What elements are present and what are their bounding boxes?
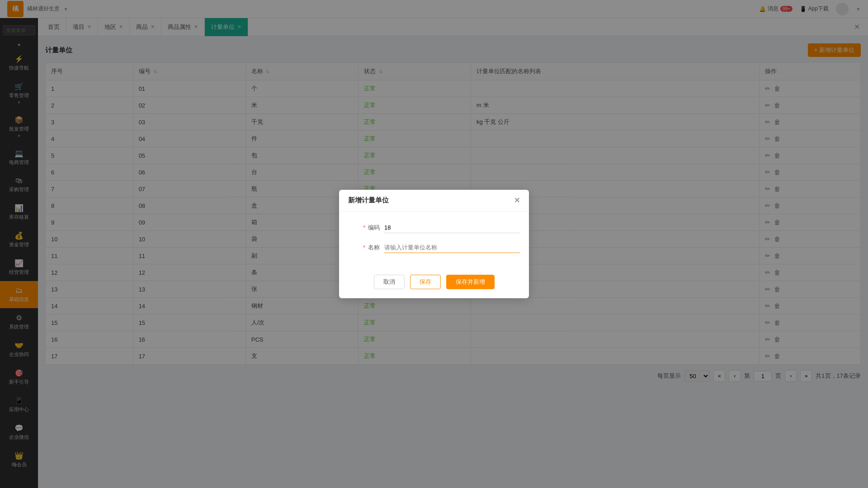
required-star: * [363,224,365,231]
required-star-name: * [363,244,365,251]
form-label-code: * 编码 [348,224,380,232]
save-and-new-button[interactable]: 保存并新增 [446,275,495,289]
modal-title: 新增计量单位 [348,196,389,205]
modal-close-btn[interactable]: ✕ [514,196,520,205]
modal-header: 新增计量单位 ✕ [339,190,529,211]
form-row-code: * 编码 [348,222,520,233]
form-label-name: * 名称 [348,244,380,252]
name-input[interactable] [384,242,520,253]
cancel-button[interactable]: 取消 [374,275,405,289]
save-button[interactable]: 保存 [410,275,441,289]
code-input[interactable] [384,222,520,233]
modal-body: * 编码 * 名称 [339,211,529,269]
modal-add-unit: 新增计量单位 ✕ * 编码 * 名称 取消 保存 保存并新增 [339,190,529,298]
modal-overlay: 新增计量单位 ✕ * 编码 * 名称 取消 保存 保存并新增 [0,0,868,488]
form-row-name: * 名称 [348,242,520,253]
modal-footer: 取消 保存 保存并新增 [339,269,529,298]
